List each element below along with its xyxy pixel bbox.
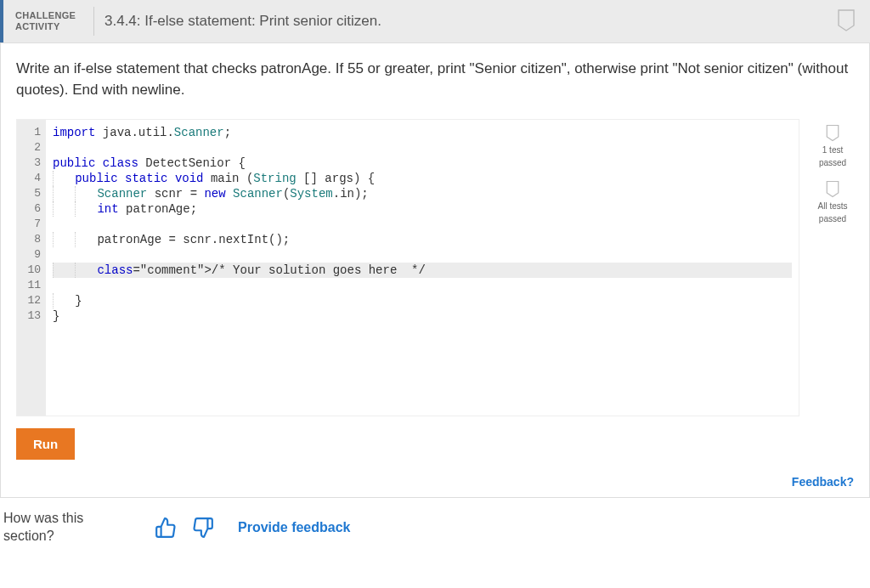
content-panel: Write an if-else statement that checks p… (0, 42, 870, 498)
divider (93, 7, 94, 36)
thumbs-group (155, 517, 214, 539)
test-status-1: 1 test passed (819, 124, 846, 168)
badge-icon (836, 8, 856, 32)
code-area[interactable]: import java.util.Scanner; public class D… (46, 120, 799, 416)
challenge-header: CHALLENGE ACTIVITY 3.4.4: If-else statem… (0, 0, 870, 42)
line-gutter: 12345678910111213 (17, 120, 46, 416)
test-status-1-label-b: passed (819, 158, 846, 168)
section-feedback-bar: How was this section? Provide feedback (0, 498, 870, 549)
test-status-2-label-a: All tests (817, 201, 847, 212)
instructions-text: Write an if-else statement that checks p… (16, 59, 854, 100)
editor-wrap: 12345678910111213 import java.util.Scann… (16, 119, 854, 416)
challenge-title: 3.4.4: If-else statement: Print senior c… (105, 13, 381, 30)
feedback-link[interactable]: Feedback? (16, 475, 854, 489)
challenge-label-line1: CHALLENGE (15, 10, 83, 21)
badge-icon (825, 124, 840, 142)
run-button[interactable]: Run (16, 428, 75, 460)
challenge-label: CHALLENGE ACTIVITY (15, 10, 83, 32)
thumbs-up-icon (155, 517, 177, 539)
thumbs-down-icon (192, 517, 214, 539)
test-status-2-label-b: passed (819, 214, 846, 224)
completion-badge (836, 8, 856, 32)
section-feedback-question: How was this section? (3, 510, 131, 546)
code-editor[interactable]: 12345678910111213 import java.util.Scann… (16, 119, 799, 416)
test-status-1-label-a: 1 test (822, 145, 843, 155)
thumbs-up-button[interactable] (155, 517, 177, 539)
challenge-label-line2: ACTIVITY (15, 21, 83, 32)
test-status-sidebar: 1 test passed All tests passed (811, 119, 854, 416)
provide-feedback-link[interactable]: Provide feedback (238, 520, 351, 535)
thumbs-down-button[interactable] (192, 517, 214, 539)
badge-icon (825, 180, 840, 198)
test-status-2: All tests passed (817, 180, 847, 224)
